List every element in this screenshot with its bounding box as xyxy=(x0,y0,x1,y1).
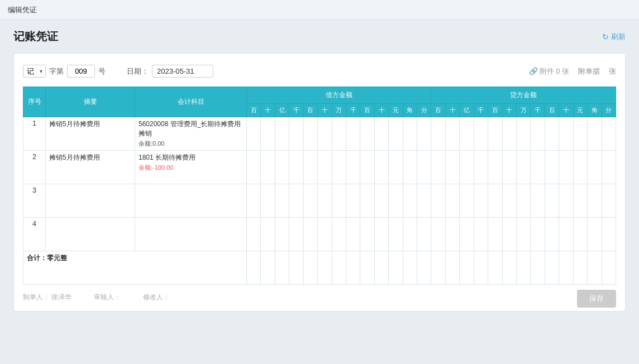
ji-field-group: 记 字第 号 xyxy=(23,65,106,78)
row4-summary[interactable] xyxy=(46,218,135,251)
row2-d6[interactable] xyxy=(318,151,332,184)
row1-d11[interactable] xyxy=(389,117,403,151)
row1-account[interactable]: 56020008 管理费用_长期待摊费用摊销 余额:0.00 xyxy=(135,117,247,151)
debit-digit-5: 百 xyxy=(303,104,317,117)
row2-c12[interactable] xyxy=(588,151,602,184)
row1-summary[interactable]: 摊销5月待摊费用 xyxy=(46,117,135,151)
row1-seq: 1 xyxy=(23,117,46,151)
row2-d3[interactable] xyxy=(275,151,289,184)
row1-d5[interactable] xyxy=(303,117,317,151)
row1-d7[interactable] xyxy=(332,117,346,151)
row2-d4[interactable] xyxy=(289,151,303,184)
row1-d3[interactable] xyxy=(275,117,289,151)
hao-label: 号 xyxy=(98,66,106,76)
row2-c8[interactable] xyxy=(531,151,545,184)
row1-c12[interactable] xyxy=(588,117,602,151)
zhang-label: 张 xyxy=(609,66,616,76)
table-scroll-area[interactable]: 序号 摘要 会计科目 借方金额 贷方金额 百 十 亿 千 百 十 万 xyxy=(23,87,616,285)
row1-c8[interactable] xyxy=(531,117,545,151)
page-title: 记账凭证 xyxy=(13,29,58,44)
row1-c4[interactable] xyxy=(474,117,488,151)
debit-digit-12: 角 xyxy=(403,104,417,117)
credit-digit-4: 千 xyxy=(474,104,488,117)
zi-input[interactable] xyxy=(67,65,95,78)
row1-c5[interactable] xyxy=(488,117,502,151)
auditor-label: 审核人： xyxy=(94,293,121,301)
zi-label: 字第 xyxy=(49,66,64,76)
row4-account[interactable] xyxy=(135,218,247,251)
editor-label: 修改人： xyxy=(143,293,170,301)
col-header-account: 会计科目 xyxy=(135,87,247,117)
row2-d2[interactable] xyxy=(261,151,275,184)
row1-d1[interactable] xyxy=(247,117,261,151)
row1-d10[interactable] xyxy=(374,117,388,151)
date-input[interactable] xyxy=(152,65,213,78)
debit-digit-11: 元 xyxy=(389,104,403,117)
row1-c13[interactable] xyxy=(602,117,616,151)
row2-c5[interactable] xyxy=(488,151,502,184)
credit-digit-9: 百 xyxy=(545,104,559,117)
row3-seq: 3 xyxy=(23,184,46,218)
row1-c2[interactable] xyxy=(445,117,459,151)
main-content: 记账凭证 ↻ 刷新 记 字第 号 日期： xyxy=(0,20,639,364)
credit-digit-1: 百 xyxy=(431,104,445,117)
row1-c10[interactable] xyxy=(559,117,573,151)
row1-c9[interactable] xyxy=(545,117,559,151)
row2-d12[interactable] xyxy=(403,151,417,184)
save-button[interactable]: 保存 xyxy=(577,290,616,308)
row1-d6[interactable] xyxy=(318,117,332,151)
row2-c4[interactable] xyxy=(474,151,488,184)
row3-account[interactable] xyxy=(135,184,247,218)
row2-c9[interactable] xyxy=(545,151,559,184)
row1-c11[interactable] xyxy=(573,117,587,151)
row1-c6[interactable] xyxy=(502,117,516,151)
credit-digit-3: 亿 xyxy=(460,104,474,117)
row2-account[interactable]: 1801 长期待摊费用 余额:-100.00 xyxy=(135,151,247,184)
row3-summary[interactable] xyxy=(46,184,135,218)
row1-c1[interactable] xyxy=(431,117,445,151)
row2-d11[interactable] xyxy=(389,151,403,184)
row2-d7[interactable] xyxy=(332,151,346,184)
row1-balance: 余额:0.00 xyxy=(139,140,243,148)
ji-select-wrapper[interactable]: 记 xyxy=(23,65,46,78)
row2-d13[interactable] xyxy=(417,151,431,184)
row2-c10[interactable] xyxy=(559,151,573,184)
row1-c3[interactable] xyxy=(460,117,474,151)
debit-digit-9: 百 xyxy=(360,104,374,117)
row2-d9[interactable] xyxy=(360,151,374,184)
row2-c1[interactable] xyxy=(431,151,445,184)
debit-digit-8: 千 xyxy=(346,104,360,117)
debit-digit-2: 十 xyxy=(261,104,275,117)
ji-select[interactable]: 记 xyxy=(23,65,46,78)
window-titlebar: 编辑凭证 xyxy=(0,0,639,20)
row1-d4[interactable] xyxy=(289,117,303,151)
row2-c7[interactable] xyxy=(517,151,531,184)
debit-digit-3: 亿 xyxy=(275,104,289,117)
row2-d8[interactable] xyxy=(346,151,360,184)
row1-c7[interactable] xyxy=(517,117,531,151)
refresh-icon: ↻ xyxy=(602,32,609,41)
row2-summary[interactable]: 摊销5月待摊费用 xyxy=(46,151,135,184)
row2-c11[interactable] xyxy=(573,151,587,184)
row2-d1[interactable] xyxy=(247,151,261,184)
card-footer: 制单人： 徐泽华 审核人： 修改人： 保存 xyxy=(23,293,616,302)
attach-sheet-label: 附单据 xyxy=(578,66,600,76)
row2-c6[interactable] xyxy=(502,151,516,184)
debit-digit-4: 千 xyxy=(289,104,303,117)
row1-d13[interactable] xyxy=(417,117,431,151)
debit-digit-10: 十 xyxy=(374,104,388,117)
row2-balance: 余额:-100.00 xyxy=(139,164,243,172)
row1-d8[interactable] xyxy=(346,117,360,151)
refresh-button[interactable]: ↻ 刷新 xyxy=(602,32,626,42)
attach-link[interactable]: 🔗 附件 0 张 xyxy=(529,66,569,76)
row2-c13[interactable] xyxy=(602,151,616,184)
row2-c3[interactable] xyxy=(460,151,474,184)
row1-d9[interactable] xyxy=(360,117,374,151)
row2-d5[interactable] xyxy=(303,151,317,184)
row2-c2[interactable] xyxy=(445,151,459,184)
row2-seq: 2 xyxy=(23,151,46,184)
row2-d10[interactable] xyxy=(374,151,388,184)
col-header-credit: 贷方金额 xyxy=(431,87,616,104)
row1-d12[interactable] xyxy=(403,117,417,151)
row1-d2[interactable] xyxy=(261,117,275,151)
